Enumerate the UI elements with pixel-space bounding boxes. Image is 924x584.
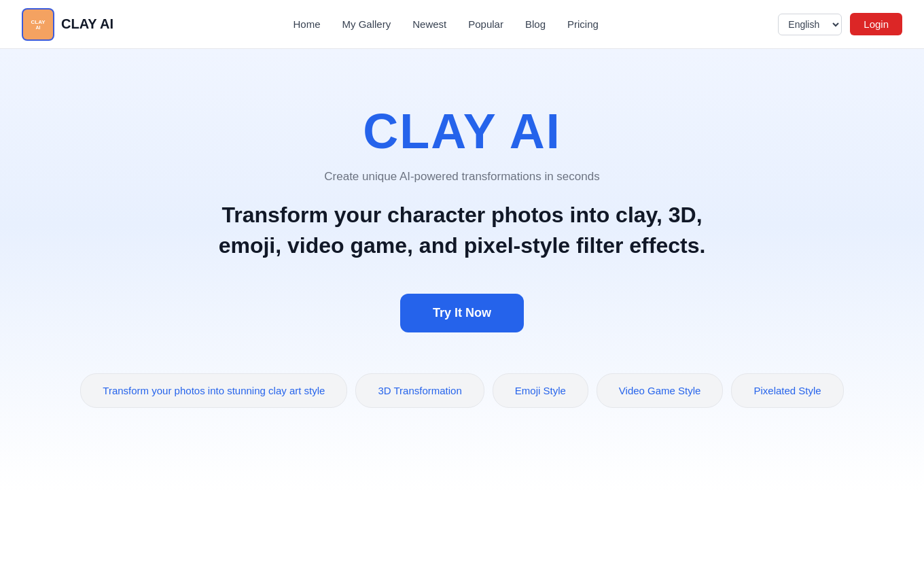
navbar-nav: Home My Gallery Newest Popular Blog Pric… — [294, 18, 599, 30]
nav-blog[interactable]: Blog — [525, 18, 546, 30]
emoji-style-pill[interactable]: Emoji Style — [493, 373, 588, 408]
brand-logo: CLAY AI — [22, 8, 54, 41]
pixel-style-pill[interactable]: Pixelated Style — [731, 373, 843, 408]
login-button[interactable]: Login — [850, 13, 902, 35]
nav-pricing[interactable]: Pricing — [567, 18, 599, 30]
brand-logo-link[interactable]: CLAY AI CLAY AI — [22, 8, 113, 41]
nav-home[interactable]: Home — [294, 18, 321, 30]
navbar: CLAY AI CLAY AI Home My Gallery Newest P… — [0, 0, 924, 49]
brand-logo-inner: CLAY AI — [23, 10, 53, 39]
hero-subtitle: Create unique AI-powered transformations… — [324, 170, 599, 184]
style-pills-row: Transform your photos into stunning clay… — [54, 373, 870, 408]
hero-title: CLAY AI — [363, 103, 561, 159]
nav-my-gallery[interactable]: My Gallery — [342, 18, 391, 30]
videogame-style-pill[interactable]: Video Game Style — [597, 373, 724, 408]
nav-newest[interactable]: Newest — [412, 18, 446, 30]
nav-popular[interactable]: Popular — [468, 18, 503, 30]
clay-style-pill[interactable]: Transform your photos into stunning clay… — [80, 373, 347, 408]
hero-section: CLAY AI Create unique AI-powered transfo… — [0, 49, 924, 491]
3d-style-pill[interactable]: 3D Transformation — [355, 373, 484, 408]
language-select[interactable]: English Spanish French German Chinese — [778, 14, 842, 35]
brand-name: CLAY AI — [61, 16, 113, 32]
hero-description: Transform your character photos into cla… — [197, 200, 727, 261]
navbar-actions: English Spanish French German Chinese Lo… — [778, 13, 902, 35]
try-it-now-button[interactable]: Try It Now — [400, 294, 524, 332]
